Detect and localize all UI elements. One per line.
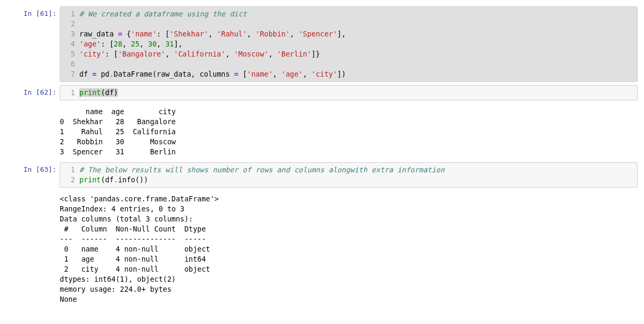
code-token: 'name' — [131, 30, 157, 38]
code-token: 28 — [114, 40, 122, 48]
code-token: . — [114, 175, 118, 184]
code-token: 'name' — [247, 70, 273, 78]
input-cell: In [62]:1print(df) — [6, 85, 638, 100]
code-token: 'age' — [281, 70, 303, 78]
line-number: 5 — [60, 49, 79, 59]
line-number: 2 — [60, 175, 79, 185]
line-number: 1 — [60, 9, 79, 19]
input-prompt: In [63]: — [6, 162, 60, 173]
code-content[interactable]: print(df.info()) — [79, 175, 637, 185]
code-token: (df — [101, 175, 114, 184]
code-content[interactable] — [79, 59, 637, 69]
code-token: info()) — [118, 175, 148, 184]
code-token: , — [247, 30, 255, 38]
code-token: 'Shekhar' — [170, 30, 208, 38]
code-token: , — [273, 70, 281, 78]
code-token: . — [109, 70, 114, 78]
code-token: pd — [97, 70, 109, 78]
code-token: : [ — [101, 40, 114, 48]
input-prompt: In [61]: — [6, 6, 60, 17]
code-token: , — [290, 30, 298, 38]
code-token: 'Spencer' — [299, 30, 337, 38]
code-token: 30 — [148, 40, 157, 48]
code-token: 'age' — [79, 40, 101, 48]
line-number: 1 — [60, 165, 79, 175]
code-content[interactable]: raw_data = {'name': ['Shekhar', 'Rahul',… — [79, 29, 637, 39]
code-line[interactable]: 3raw_data = {'name': ['Shekhar', 'Rahul'… — [60, 29, 637, 39]
line-number: 1 — [60, 88, 79, 98]
code-token: DataFrame(raw_data, columns — [114, 70, 234, 78]
code-token: = — [234, 70, 238, 78]
code-token: 31 — [165, 40, 174, 48]
code-token: 'Berlin' — [277, 50, 311, 58]
code-token: , — [225, 50, 234, 58]
code-token: ]) — [337, 70, 346, 78]
code-token: 'Bangalore' — [118, 50, 165, 58]
code-token: = — [92, 70, 96, 78]
code-token: raw_data — [79, 30, 118, 38]
code-token: : [ — [105, 50, 118, 58]
code-content[interactable]: 'age': [28, 25, 30, 31], — [79, 39, 637, 49]
code-line[interactable]: 7df = pd.DataFrame(raw_data, columns = [… — [60, 69, 637, 79]
code-line[interactable]: 1# We created a dataframe using the dict — [60, 9, 637, 19]
cell-output: <class 'pandas.core.frame.DataFrame'> Ra… — [60, 191, 638, 310]
code-token: , — [208, 30, 217, 38]
code-token: ]} — [311, 50, 320, 58]
code-token: , — [157, 40, 165, 48]
line-number: 2 — [60, 19, 79, 29]
code-token: 'city' — [311, 70, 337, 78]
code-line[interactable]: 4'age': [28, 25, 30, 31], — [60, 39, 637, 49]
notebook: In [61]:1# We created a dataframe using … — [6, 6, 638, 310]
code-token: , — [140, 40, 148, 48]
code-editor[interactable]: 1# The below results will shows number o… — [60, 162, 638, 188]
line-number: 6 — [60, 59, 79, 69]
code-token: 'California' — [174, 50, 226, 58]
code-token: print — [79, 175, 101, 184]
code-token: ], — [337, 30, 346, 38]
code-token: , — [165, 50, 174, 58]
code-content[interactable]: # We created a dataframe using the dict — [79, 9, 637, 19]
cell-output: name age city 0 Shekhar 28 Bangalore 1 R… — [60, 104, 638, 162]
code-content[interactable]: df = pd.DataFrame(raw_data, columns = ['… — [79, 69, 637, 79]
input-cell: In [63]:1# The below results will shows … — [6, 162, 638, 188]
code-line[interactable]: 2print(df.info()) — [60, 175, 637, 185]
line-number: 4 — [60, 39, 79, 49]
code-content[interactable]: # The below results will shows number of… — [79, 165, 637, 175]
code-token: print — [79, 88, 101, 97]
code-token: 'Robbin' — [255, 30, 290, 38]
code-token: , — [269, 50, 277, 58]
code-token: df — [79, 70, 92, 78]
code-editor[interactable]: 1# We created a dataframe using the dict… — [60, 6, 638, 82]
code-line[interactable]: 1# The below results will shows number o… — [60, 165, 637, 175]
code-token: (df) — [101, 88, 118, 97]
code-editor[interactable]: 1print(df) — [60, 85, 638, 100]
code-token: 'Rahul' — [217, 30, 247, 38]
code-line[interactable]: 1print(df) — [60, 88, 637, 98]
code-line[interactable]: 5'city': ['Bangalore', 'California', 'Mo… — [60, 49, 637, 59]
code-content[interactable] — [79, 19, 637, 29]
line-number: 7 — [60, 69, 79, 79]
code-token: { — [122, 30, 131, 38]
code-token: # We created a dataframe using the dict — [79, 10, 247, 18]
code-token: 25 — [131, 40, 140, 48]
code-token: 'Moscow' — [234, 50, 269, 58]
input-cell: In [61]:1# We created a dataframe using … — [6, 6, 638, 82]
code-token: [ — [238, 70, 247, 78]
code-token: ], — [174, 40, 182, 48]
code-token: , — [303, 70, 311, 78]
line-number: 3 — [60, 29, 79, 39]
input-prompt: In [62]: — [6, 85, 60, 96]
code-token: , — [122, 40, 131, 48]
code-token: : [ — [157, 30, 169, 38]
code-line[interactable]: 2 — [60, 19, 637, 29]
code-content[interactable]: print(df) — [79, 88, 637, 98]
code-line[interactable]: 6 — [60, 59, 637, 69]
code-content[interactable]: 'city': ['Bangalore', 'California', 'Mos… — [79, 49, 637, 59]
code-token: # The below results will shows number of… — [79, 165, 445, 174]
code-token: 'city' — [79, 50, 105, 58]
